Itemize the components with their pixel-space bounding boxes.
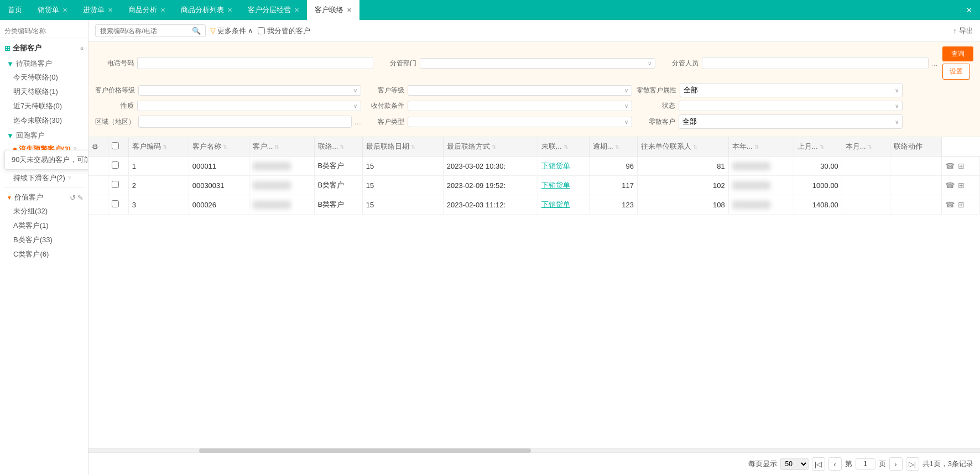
th-contact[interactable]: 联络...⇅ <box>314 137 362 156</box>
sidebar-item-b-class[interactable]: B类客户(33) <box>0 233 88 247</box>
tab-home[interactable]: 首页 <box>0 0 30 20</box>
settings-button[interactable]: 设置 <box>942 64 970 80</box>
th-code[interactable]: 客户编码⇅ <box>128 137 189 156</box>
customer-type-select[interactable]: ∨ <box>408 117 632 127</box>
query-button[interactable]: 查询 <box>942 46 973 61</box>
horizontal-scrollbar[interactable] <box>88 448 980 452</box>
th-name[interactable]: 客户名称⇅ <box>189 137 249 156</box>
th-checkbox[interactable] <box>108 137 128 156</box>
settings-gear-icon[interactable]: ⚙ <box>92 143 98 151</box>
row-select-checkbox[interactable] <box>112 181 119 188</box>
region-input[interactable] <box>138 116 352 128</box>
manager-more-icon[interactable]: … <box>931 59 938 67</box>
select-all-checkbox[interactable] <box>112 142 119 149</box>
region-more-icon[interactable]: … <box>354 118 361 126</box>
filter-field-scattered: 零散客户 全部 ∨ <box>637 114 903 129</box>
row-select-checkbox[interactable] <box>112 161 119 169</box>
row-action-phone-icon[interactable]: ☎ <box>945 200 955 209</box>
not-sort-icon: ⇅ <box>564 144 568 150</box>
filter-search-button[interactable]: 🔍 <box>192 27 201 35</box>
tab-analysis-list-close[interactable]: ✕ <box>227 7 232 14</box>
my-customers-checkbox-container[interactable]: 我分管的客户 <box>258 26 310 36</box>
th-overdue[interactable]: 逾期...⇅ <box>589 137 637 156</box>
sidebar-item-week-contact[interactable]: 近7天待联络(0) <box>0 99 88 113</box>
sidebar-item-a-class[interactable]: A类客户(1) <box>0 218 88 233</box>
price-level-select[interactable]: ∨ <box>138 85 361 96</box>
th-last-month[interactable]: 上月...⇅ <box>794 137 842 156</box>
sidebar-item-tomorrow-contact[interactable]: 明天待联络(1) <box>0 85 88 99</box>
row-checkbox[interactable] <box>108 195 128 215</box>
phone-input[interactable] <box>137 57 373 69</box>
sidebar-all-customers[interactable]: ⊞ 全部客户 « <box>0 40 88 56</box>
row-action-more-icon[interactable]: ⊞ <box>958 200 965 209</box>
row-action-phone-icon[interactable]: ☎ <box>945 181 955 190</box>
sidebar-search-box[interactable]: 🔍 <box>0 24 88 38</box>
payment-select[interactable]: ∨ <box>408 101 632 111</box>
th-type[interactable]: 客户...⇅ <box>249 137 314 156</box>
tab-customer-contact-close[interactable]: ✕ <box>347 7 352 14</box>
tab-analysis-list[interactable]: 商品分析列表 ✕ <box>173 0 240 20</box>
row-checkbox[interactable] <box>108 176 128 195</box>
row-last-method[interactable]: 下销货单 <box>538 156 589 176</box>
per-page-select[interactable]: 50 100 <box>780 458 809 470</box>
sidebar-item-never-contact[interactable]: 迄今未联络(30) <box>0 113 88 128</box>
declining-question-icon[interactable]: ? <box>67 175 71 181</box>
th-this-month[interactable]: 本月...⇅ <box>842 137 890 156</box>
sidebar-collapse-icon[interactable]: « <box>80 45 84 51</box>
close-all-button[interactable]: ✕ <box>958 0 980 20</box>
th-this-year[interactable]: 本年...⇅ <box>728 137 794 156</box>
tab-customer-tier-close[interactable]: ✕ <box>294 7 299 14</box>
row-last-method[interactable]: 下销货单 <box>538 195 589 215</box>
th-last-contact-date[interactable]: 最后联络日期⇅ <box>362 137 443 156</box>
customer-level-select[interactable]: ∨ <box>408 85 632 96</box>
tab-analysis[interactable]: 商品分析 ✕ <box>121 0 173 20</box>
scrollbar-thumb[interactable] <box>199 448 531 453</box>
edit-icon[interactable]: ✎ <box>77 194 84 202</box>
row-action-more-icon[interactable]: ⊞ <box>958 181 965 190</box>
my-customers-checkbox[interactable] <box>258 27 265 34</box>
filter-search-input[interactable] <box>100 27 192 35</box>
row-action-more-icon[interactable]: ⊞ <box>958 161 965 170</box>
sidebar-section-value[interactable]: ▼ 价值客户 ↺ ✎ <box>0 190 88 204</box>
refresh-icon[interactable]: ↺ <box>70 194 76 202</box>
sidebar-item-declining[interactable]: 持续下滑客户(2) ? <box>0 171 88 185</box>
row-action-phone-icon[interactable]: ☎ <box>945 161 955 170</box>
tab-purchase-close[interactable]: ✕ <box>108 7 113 14</box>
filter-more-button[interactable]: ▽ 更多条件 ∧ <box>210 26 253 36</box>
sidebar-item-c-class[interactable]: C类客户(6) <box>0 247 88 262</box>
scattered-select[interactable]: 全部 ∨ <box>679 114 903 129</box>
pagination-last-button[interactable]: ▷| <box>906 457 919 471</box>
th-not-contacted[interactable]: 未联...⇅ <box>538 137 589 156</box>
sidebar-item-unclassified[interactable]: 未分组(32) <box>0 204 88 218</box>
sidebar-section-churn[interactable]: ▼ 回跑客户 <box>0 128 88 142</box>
tab-sales[interactable]: 销货单 ✕ <box>30 0 75 20</box>
th-unit-contact[interactable]: 往来单位联系人⇅ <box>637 137 728 156</box>
tab-sales-close[interactable]: ✕ <box>62 7 67 14</box>
th-last-contact-method[interactable]: 最后联络方式⇅ <box>443 137 538 156</box>
filter-search-container[interactable]: 🔍 <box>95 24 206 37</box>
pagination-first-button[interactable]: |◁ <box>812 457 825 471</box>
row-select-checkbox[interactable] <box>112 200 119 207</box>
tab-purchase[interactable]: 进货单 ✕ <box>75 0 121 20</box>
pagination-next-button[interactable]: › <box>889 457 903 471</box>
row-last-method[interactable]: 下销货单 <box>538 176 589 195</box>
tab-customer-tier[interactable]: 客户分层经营 ✕ <box>240 0 307 20</box>
tab-customer-contact[interactable]: 客户联络 ✕ <box>307 0 359 20</box>
page-number-input[interactable] <box>856 458 875 469</box>
price-level-chevron-icon: ∨ <box>353 87 357 93</box>
status-select[interactable]: ∨ <box>679 101 903 111</box>
th-settings[interactable]: ⚙ <box>88 137 108 156</box>
pagination-prev-button[interactable]: ‹ <box>828 457 842 471</box>
nature-select[interactable]: ∨ <box>137 101 361 111</box>
sidebar-section-pending[interactable]: ▼ 待联络客户 <box>0 56 88 70</box>
dept-select[interactable]: ∨ <box>420 58 656 69</box>
row-type: B类客户 <box>314 156 362 176</box>
export-button[interactable]: ↑ 导出 <box>953 26 974 36</box>
scattered-attr-select[interactable]: 全部 ∨ <box>680 83 903 97</box>
row-not-contacted: 123 <box>589 195 637 215</box>
sidebar-search-input[interactable] <box>4 27 87 35</box>
manager-input[interactable] <box>702 57 929 69</box>
row-checkbox[interactable] <box>108 156 128 176</box>
sidebar-item-today-contact[interactable]: 今天待联络(0) <box>0 70 88 85</box>
tab-analysis-close[interactable]: ✕ <box>160 7 165 14</box>
